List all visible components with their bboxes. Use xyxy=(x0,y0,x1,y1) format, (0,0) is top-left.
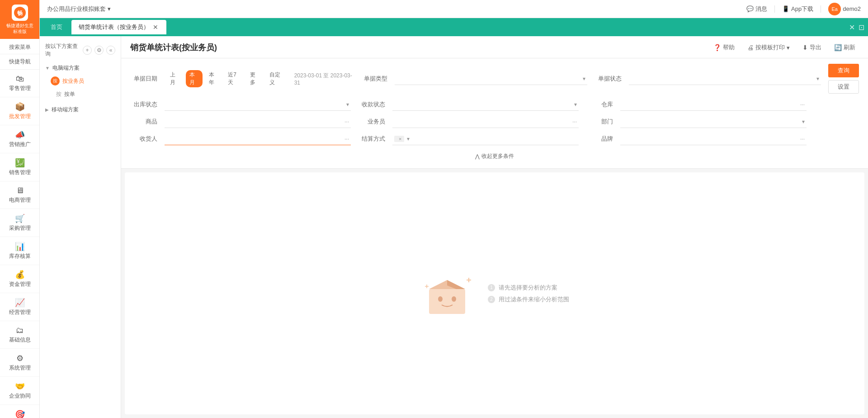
tab-sales-stat[interactable]: 销货单统计表（按业务员） ✕ xyxy=(71,20,166,34)
print-icon: 🖨 xyxy=(747,44,754,51)
payment-tag-close-icon[interactable]: × xyxy=(399,136,401,142)
purchase-label: 采购管理 xyxy=(2,224,38,232)
sidebar-logo[interactable]: 畅 畅捷通好生意 标准版 xyxy=(0,0,39,39)
svg-text:畅: 畅 xyxy=(17,10,23,16)
filter-area: 单据日期 上月 本月 本年 近7天 更多 自定义 2023-03-01 至 20… xyxy=(121,58,868,169)
enterprise-label: 企业协同 xyxy=(2,392,38,400)
warehouse-field[interactable]: ··· xyxy=(620,98,807,111)
sidebar-item-marketing[interactable]: 📣 营销推广 xyxy=(0,125,39,153)
type-dropdown-icon: ▾ xyxy=(583,76,585,82)
refresh-btn[interactable]: 🔄 刷新 xyxy=(830,42,859,53)
product-field[interactable]: ··· xyxy=(165,115,351,128)
collapse-icon: « xyxy=(109,47,113,53)
shortcut-this-year[interactable]: 本年 xyxy=(205,70,222,87)
sidebar-item-newbie[interactable]: 🎯 新手引导 xyxy=(0,405,39,418)
app-download-btn[interactable]: 📱 App下载 xyxy=(782,5,813,13)
shortcut-this-month[interactable]: 本月 xyxy=(186,70,203,87)
department-dropdown-icon: ▾ xyxy=(802,119,805,125)
group-arrow-mobile-icon: ▶ xyxy=(45,107,49,112)
sidebar-item-basic[interactable]: 🗂 基础信息 xyxy=(0,321,39,349)
app-selector[interactable]: 办公用品行业模拟账套 ▾ xyxy=(47,5,111,13)
print-arrow-icon: ▾ xyxy=(787,44,790,51)
scheme-group-mobile[interactable]: ▶ 移动端方案 xyxy=(40,104,121,115)
out-status-label: 出库状态 xyxy=(130,100,157,109)
empty-state: 1 请先选择要分析的方案 2 用过滤条件来缩小分析范围 xyxy=(125,172,864,414)
retail-label: 零售管理 xyxy=(2,85,38,92)
warehouse-label: 仓库 xyxy=(586,100,613,109)
settings-scheme-btn[interactable]: ⚙ xyxy=(94,46,104,55)
header-left: 办公用品行业模拟账套 ▾ xyxy=(47,5,111,13)
payment-field[interactable]: × ▾ xyxy=(392,133,579,145)
query-button[interactable]: 查询 xyxy=(828,64,859,77)
sidebar-item-purchase[interactable]: 🛒 采购管理 xyxy=(0,209,39,237)
user-menu[interactable]: Ea demo2 xyxy=(828,3,861,15)
sidebar-search[interactable]: 搜索菜单 xyxy=(0,39,39,54)
sidebar: 畅 畅捷通好生意 标准版 搜索菜单 快捷导航 🛍 零售管理 📦 批发管理 📣 营… xyxy=(0,0,40,418)
collapse-label: 收起更多条件 xyxy=(481,152,514,160)
status-field[interactable]: ▾ xyxy=(629,72,821,85)
group-arrow-icon: ▼ xyxy=(45,66,50,71)
scheme-sub-item-order[interactable]: 按 按单 xyxy=(40,88,121,100)
pay-status-field[interactable]: ▾ xyxy=(392,98,579,111)
status-dropdown-icon: ▾ xyxy=(816,76,819,82)
sidebar-item-inventory[interactable]: 📊 库存核算 xyxy=(0,237,39,265)
message-btn[interactable]: 💬 消息 xyxy=(746,5,767,13)
sub-icon: 按 xyxy=(56,90,61,98)
brand-field[interactable]: ··· xyxy=(620,133,807,145)
operation-label: 经营管理 xyxy=(2,309,38,316)
shortcut-custom[interactable]: 自定义 xyxy=(266,70,287,87)
hint-text-1: 请先选择要分析的方案 xyxy=(499,282,557,294)
inventory-icon: 📊 xyxy=(2,242,38,252)
collapse-panel-btn[interactable]: « xyxy=(106,46,115,55)
shortcut-last-month[interactable]: 上月 xyxy=(166,70,183,87)
product-label: 商品 xyxy=(130,118,157,126)
tab-restore-icon[interactable]: ⊡ xyxy=(859,23,864,32)
sidebar-item-finance[interactable]: 💰 资金管理 xyxy=(0,265,39,293)
sidebar-item-operation[interactable]: 📈 经营管理 xyxy=(0,293,39,321)
action-buttons: 查询 设置 xyxy=(828,64,859,94)
help-btn[interactable]: ❓ 帮助 xyxy=(710,42,738,53)
pay-status-label: 收款状态 xyxy=(358,100,385,109)
hint-num-1: 1 xyxy=(488,284,495,291)
finance-icon: 💰 xyxy=(2,270,38,280)
export-btn[interactable]: ⬇ 导出 xyxy=(799,42,825,53)
sidebar-item-ecommerce[interactable]: 🖥 电商管理 xyxy=(0,181,39,209)
payment-tag: × xyxy=(394,136,404,142)
type-field[interactable]: ▾ xyxy=(395,72,587,85)
department-field[interactable]: ▾ xyxy=(620,115,807,128)
shortcut-more[interactable]: 更多 xyxy=(246,70,263,87)
scheme-section-desktop: ▼ 电脑端方案 按 按业务员 按 按单 xyxy=(40,61,121,102)
retail-icon: 🛍 xyxy=(2,74,38,84)
payment-dropdown-icon: ▾ xyxy=(407,136,410,142)
scheme-group-desktop[interactable]: ▼ 电脑端方案 xyxy=(40,62,121,74)
scheme-item-by-salesperson[interactable]: 按 按业务员 xyxy=(40,74,121,88)
purchase-icon: 🛒 xyxy=(2,214,38,223)
sidebar-item-system[interactable]: ⚙ 系统管理 xyxy=(0,349,39,377)
sidebar-item-enterprise[interactable]: 🤝 企业协同 xyxy=(0,377,39,405)
message-icon: 💬 xyxy=(746,5,754,12)
left-panel-title: 按以下方案查询 xyxy=(45,43,83,58)
shortcut-last7days[interactable]: 近7天 xyxy=(224,70,244,87)
collapse-filter-btn[interactable]: ⋀ 收起更多条件 xyxy=(130,150,859,163)
left-panel-header: 按以下方案查询 + ⚙ « xyxy=(40,40,121,61)
out-status-field[interactable]: ▾ xyxy=(165,98,351,111)
set-button[interactable]: 设置 xyxy=(828,80,859,94)
hint-item-2: 2 用过滤条件来缩小分析范围 xyxy=(488,294,569,305)
add-scheme-btn[interactable]: + xyxy=(83,46,92,55)
salesperson-field[interactable]: ··· xyxy=(392,115,579,128)
basic-icon: 🗂 xyxy=(2,326,38,335)
tab-home[interactable]: 首页 xyxy=(43,20,70,34)
sidebar-item-sales[interactable]: 💹 销售管理 xyxy=(0,153,39,181)
tab-bar: 首页 销货单统计表（按业务员） ✕ ✕ ⊡ xyxy=(40,18,868,36)
template-print-btn[interactable]: 🖨 按模板打印 ▾ xyxy=(744,42,793,53)
sidebar-item-wholesale[interactable]: 📦 批发管理 xyxy=(0,97,39,125)
sidebar-quicknav[interactable]: 快捷导航 xyxy=(0,54,39,70)
tab-close-icon[interactable]: ✕ xyxy=(152,24,159,31)
sidebar-item-retail[interactable]: 🛍 零售管理 xyxy=(0,70,39,97)
header-right: 💬 消息 📱 App下载 Ea demo2 xyxy=(746,3,861,15)
receiver-field[interactable]: ··· xyxy=(165,133,351,145)
newbie-icon: 🎯 xyxy=(2,409,38,418)
tab-minimize-icon[interactable]: ✕ xyxy=(849,23,855,32)
scheme-label-salesperson: 按业务员 xyxy=(62,77,84,85)
collapse-icon: ⋀ xyxy=(475,153,480,160)
